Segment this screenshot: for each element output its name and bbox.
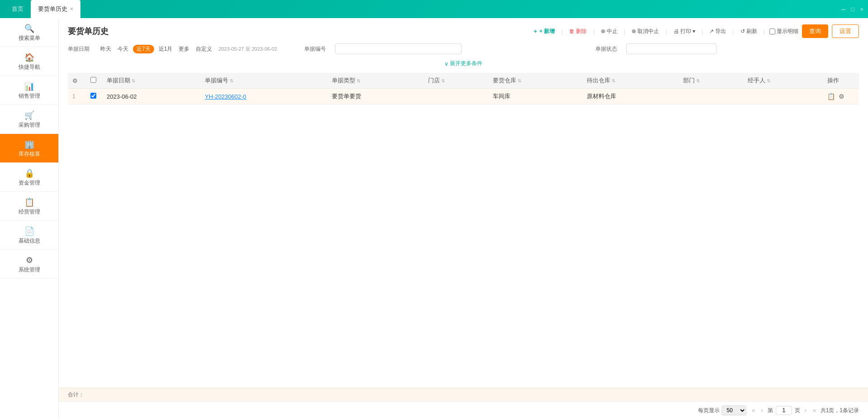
row-doc-no[interactable]: YH-20230602-0 xyxy=(200,89,327,105)
th-doc-no[interactable]: 单据编号 xyxy=(200,73,327,89)
table-header-row: ⚙ 单据日期 单据编号 单据类型 门店 要货仓库 待出仓库 部门 经手人 操 xyxy=(68,73,859,89)
date-btn-custom[interactable]: 自定义 xyxy=(194,45,214,53)
delete-icon: 🗑 xyxy=(569,28,575,34)
export-icon: ↗ xyxy=(709,28,714,34)
page-label: 第 xyxy=(768,407,773,414)
edit-action-icon[interactable]: ⚙ xyxy=(839,93,844,100)
sidebar-item-inventory-calc[interactable]: 🏢 库存核算 xyxy=(0,134,58,163)
doc-status-filter-label: 单据状态 xyxy=(595,45,617,53)
sales-mgmt-icon: 📊 xyxy=(24,82,34,90)
sidebar-item-purchase-mgmt[interactable]: 🛒 采购管理 xyxy=(0,105,58,134)
window-minimize-btn[interactable]: ─ xyxy=(841,6,845,13)
date-btn-more[interactable]: 更多 xyxy=(177,45,191,53)
th-store[interactable]: 门店 xyxy=(424,73,488,89)
date-btn-1month[interactable]: 近1月 xyxy=(157,45,175,53)
refresh-button[interactable]: ↺ 刷新 xyxy=(739,27,759,36)
doc-no-input[interactable] xyxy=(335,43,462,54)
date-range-display: 2023-05-27 至 2023-06-02 xyxy=(218,46,277,52)
display-detail-checkbox[interactable] xyxy=(769,29,775,34)
date-btn-yesterday[interactable]: 昨天 xyxy=(99,45,113,53)
tab-home[interactable]: 首页 xyxy=(5,0,31,18)
content-area: 要货单历史 ＋ + 新增 | 🗑 删除 | ⊗ 中止 | ⊗ xyxy=(59,18,868,419)
table-footer: 合计： xyxy=(59,388,868,401)
date-btn-7days[interactable]: 近7天 xyxy=(133,45,154,53)
filter-area: 单据日期 昨天 今天 近7天 近1月 更多 自定义 2023-05-27 至 2… xyxy=(59,38,868,73)
next-page-btn[interactable]: › xyxy=(803,406,808,414)
sidebar-item-basic-info-label: 基础信息 xyxy=(19,237,40,245)
th-doc-date[interactable]: 单据日期 xyxy=(102,73,200,89)
display-detail-button[interactable]: 显示明细 xyxy=(769,28,798,35)
page-size-wrap: 每页显示 20 50 100 xyxy=(698,405,746,415)
print-label: 打印 xyxy=(680,28,691,35)
stop-label: 中止 xyxy=(607,28,618,35)
doc-status-select[interactable] xyxy=(626,43,717,54)
page-nav: « ‹ 第 页 › » 共1页，1条记录 xyxy=(750,406,859,415)
date-btn-today[interactable]: 今天 xyxy=(116,45,130,53)
stop-icon: ⊗ xyxy=(601,28,605,34)
cancel-stop-button[interactable]: ⊗ 取消中止 xyxy=(630,27,661,36)
row-department xyxy=(679,89,743,105)
finance-mgmt-icon: 🔒 xyxy=(24,169,34,177)
th-pending-warehouse[interactable]: 待出仓库 xyxy=(582,73,679,89)
row-checkbox-cell xyxy=(86,89,102,105)
gear-icon[interactable]: ⚙ xyxy=(72,77,78,84)
sidebar-item-basic-info[interactable]: 📄 基础信息 xyxy=(0,221,58,250)
new-button[interactable]: ＋ + 新增 xyxy=(531,27,557,36)
export-label: 导出 xyxy=(715,28,726,35)
new-label: + 新增 xyxy=(539,28,555,35)
display-detail-label: 显示明细 xyxy=(777,28,798,35)
quick-nav-icon: 🏠 xyxy=(24,53,34,62)
view-action-icon[interactable]: 📋 xyxy=(827,93,835,100)
purchase-mgmt-icon: 🛒 xyxy=(24,111,34,119)
sidebar-item-quick-nav[interactable]: 🏠 快捷导航 xyxy=(0,47,58,76)
last-page-btn[interactable]: » xyxy=(811,406,818,414)
print-button[interactable]: 🖨 打印 ▾ xyxy=(672,27,697,36)
th-handler[interactable]: 经手人 xyxy=(743,73,823,89)
expand-more-btn[interactable]: ∨ 展开更多条件 xyxy=(68,58,859,69)
page-size-label: 每页显示 xyxy=(698,407,720,414)
th-doc-type[interactable]: 单据类型 xyxy=(327,73,424,89)
query-button[interactable]: 查询 xyxy=(802,24,828,38)
th-req-warehouse[interactable]: 要货仓库 xyxy=(488,73,582,89)
tab-doc-history-label: 要货单历史 xyxy=(38,5,67,13)
first-page-btn[interactable]: « xyxy=(750,406,757,414)
delete-button[interactable]: 🗑 删除 xyxy=(567,27,589,36)
page-input[interactable] xyxy=(776,406,792,415)
sidebar-item-ops-mgmt-label: 经营管理 xyxy=(19,208,40,216)
tab-doc-history[interactable]: 要货单历史 × xyxy=(31,0,80,18)
total-label: 合计： xyxy=(68,391,84,398)
export-button[interactable]: ↗ 导出 xyxy=(708,27,728,36)
sidebar: 🔍 搜索菜单 🏠 快捷导航 📊 销售管理 🛒 采购管理 🏢 库存核算 🔒 资金管… xyxy=(0,18,59,419)
row-actions: 📋 ⚙ xyxy=(823,89,859,105)
doc-no-input-wrap xyxy=(335,43,568,54)
sidebar-item-sales-mgmt[interactable]: 📊 销售管理 xyxy=(0,76,58,105)
row-doc-type: 要货单要货 xyxy=(327,89,424,105)
page-size-select[interactable]: 20 50 100 xyxy=(722,405,746,415)
sidebar-item-sales-mgmt-label: 销售管理 xyxy=(19,92,40,100)
filter-row-1: 单据日期 昨天 今天 近7天 近1月 更多 自定义 2023-05-27 至 2… xyxy=(68,43,859,54)
tab-close-icon[interactable]: × xyxy=(70,6,73,12)
sidebar-item-search-menu-label: 搜索菜单 xyxy=(19,34,40,42)
row-checkbox[interactable] xyxy=(90,93,96,99)
table-wrap: ⚙ 单据日期 单据编号 单据类型 门店 要货仓库 待出仓库 部门 经手人 操 xyxy=(59,73,868,388)
doc-no-link[interactable]: YH-20230602-0 xyxy=(205,93,246,100)
sidebar-item-system-mgmt[interactable]: ⚙ 系统管理 xyxy=(0,250,58,279)
prev-page-btn[interactable]: ‹ xyxy=(760,406,765,414)
sidebar-item-search-menu[interactable]: 🔍 搜索菜单 xyxy=(0,18,58,47)
select-all-checkbox[interactable] xyxy=(90,77,96,83)
date-filter-label: 单据日期 xyxy=(68,45,90,53)
system-mgmt-icon: ⚙ xyxy=(26,256,33,264)
row-store xyxy=(424,89,488,105)
refresh-icon: ↺ xyxy=(741,28,745,34)
stop-button[interactable]: ⊗ 中止 xyxy=(599,27,619,36)
page-title: 要货单历史 xyxy=(68,26,108,37)
window-maximize-btn[interactable]: □ xyxy=(851,6,855,13)
print-icon: 🖨 xyxy=(674,28,679,34)
th-gear[interactable]: ⚙ xyxy=(68,73,86,89)
sidebar-item-ops-mgmt[interactable]: 📋 经营管理 xyxy=(0,192,58,221)
page-header: 要货单历史 ＋ + 新增 | 🗑 删除 | ⊗ 中止 | ⊗ xyxy=(59,18,868,38)
window-close-btn[interactable]: × xyxy=(860,6,863,13)
sidebar-item-finance-mgmt[interactable]: 🔒 资金管理 xyxy=(0,163,58,192)
th-department[interactable]: 部门 xyxy=(679,73,743,89)
settings-button[interactable]: 设置 xyxy=(832,24,859,38)
